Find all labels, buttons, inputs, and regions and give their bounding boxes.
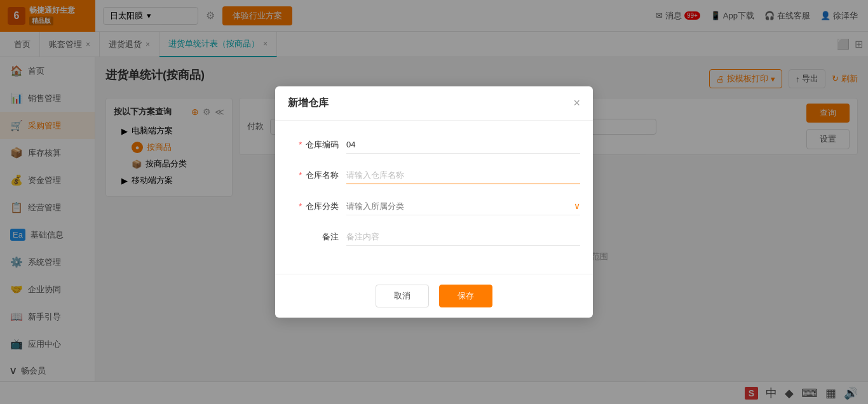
warehouse-name-input[interactable] xyxy=(346,166,580,184)
form-label-code: * 仓库编码 xyxy=(288,139,339,151)
form-row-remark: * 备注 xyxy=(288,228,580,246)
form-label-name: * 仓库名称 xyxy=(288,170,339,181)
category-dropdown-icon: ∨ xyxy=(574,201,580,211)
modal-footer: 取消 保存 xyxy=(275,274,593,318)
modal-title: 新增仓库 xyxy=(288,97,329,110)
add-warehouse-modal: 新增仓库 × * 仓库编码 * 仓库名称 xyxy=(275,86,593,318)
modal-body: * 仓库编码 * 仓库名称 * 仓库分类 xyxy=(275,121,593,274)
form-row-code: * 仓库编码 xyxy=(288,136,580,154)
form-label-remark: * 备注 xyxy=(288,231,339,243)
warehouse-category-select[interactable]: ∨ xyxy=(346,197,580,215)
modal-overlay: 新增仓库 × * 仓库编码 * 仓库名称 xyxy=(0,0,868,404)
form-row-category: * 仓库分类 ∨ xyxy=(288,197,580,215)
warehouse-category-input[interactable] xyxy=(346,201,574,211)
modal-close-button[interactable]: × xyxy=(573,97,580,110)
modal-header: 新增仓库 × xyxy=(275,86,593,121)
form-row-name: * 仓库名称 xyxy=(288,166,580,184)
remark-input[interactable] xyxy=(346,228,580,246)
warehouse-code-input[interactable] xyxy=(346,136,580,154)
form-label-category: * 仓库分类 xyxy=(288,201,339,212)
cancel-button[interactable]: 取消 xyxy=(376,285,429,307)
save-button[interactable]: 保存 xyxy=(439,285,492,307)
